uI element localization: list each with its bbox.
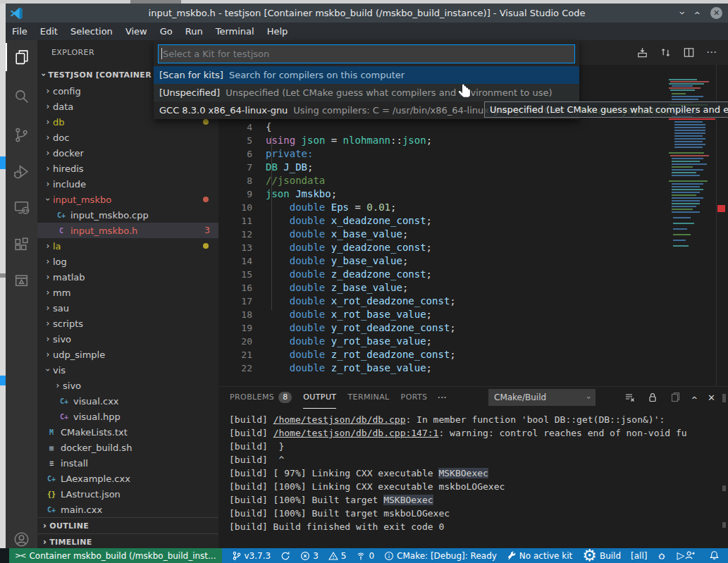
panel-tab-output[interactable]: OUTPUT: [303, 387, 336, 409]
sidebar-item-docker_build.sh[interactable]: ▦docker_build.sh: [37, 440, 218, 455]
menu-file[interactable]: File: [6, 24, 34, 39]
title-bar[interactable]: input_mskbo.h - testjson [Container mskb…: [6, 4, 728, 23]
status-feedback[interactable]: [684, 550, 695, 561]
menu-terminal[interactable]: Terminal: [209, 24, 261, 39]
menu-help[interactable]: Help: [261, 24, 295, 39]
status-cmake-debug[interactable]: [657, 551, 667, 561]
sidebar-item-LAexample.cxx[interactable]: C+LAexample.cxx: [37, 471, 218, 486]
status-cmake-build[interactable]: ⚙Build: [582, 547, 621, 563]
sidebar-item-sivo[interactable]: ›sivo: [37, 378, 218, 393]
split-editor-icon[interactable]: [683, 47, 695, 58]
remote-indicator[interactable]: >< Container mskbo_build (/mskbo_build_i…: [9, 548, 222, 563]
sidebar-item-sau[interactable]: ›sau: [37, 300, 218, 316]
code-line-4[interactable]: 4{: [218, 120, 728, 134]
close-panel-icon[interactable]: ✕: [708, 392, 715, 403]
activitybar-explorer[interactable]: [6, 43, 37, 71]
activitybar-search[interactable]: [6, 82, 37, 110]
sidebar-item-vis[interactable]: ›vis: [37, 362, 218, 378]
code-line-14[interactable]: 14 double y_base_value;: [218, 254, 728, 268]
activitybar-remote-explorer[interactable]: [6, 193, 37, 221]
status-build-target[interactable]: [all]: [631, 551, 647, 561]
status-git-branch[interactable]: v3.7.3: [232, 551, 271, 561]
code-line-9[interactable]: 9json Jmskbo;: [218, 187, 728, 201]
status-sync[interactable]: [280, 551, 290, 561]
maximize-button[interactable]: ›: [692, 11, 703, 16]
activitybar-run-and-debug[interactable]: [6, 157, 37, 185]
code-line-21[interactable]: 21 double z_rot_deadzone_const;: [218, 348, 728, 361]
sidebar-item-hiredis[interactable]: ›hiredis: [37, 161, 218, 176]
file-link[interactable]: /home/testjson/db/db.cpp:147:1: [273, 428, 439, 438]
code-line-11[interactable]: 11 double x_deadzone_const;: [218, 214, 728, 228]
kit-option-0[interactable]: [Scan for kits]Search for compilers on t…: [154, 66, 579, 84]
status-cmake-run[interactable]: ▷: [677, 550, 684, 561]
activitybar-source-control[interactable]: [6, 120, 37, 149]
output-channel-select[interactable]: CMake/Build ›: [488, 389, 596, 406]
output-log[interactable]: [build] /home/testjson/db/db.cpp: In mem…: [218, 408, 728, 549]
sidebar-item-LAstruct.json[interactable]: {}LAstruct.json: [37, 486, 218, 502]
kit-option-1[interactable]: [Unspecified]Unspecified (Let CMake gues…: [154, 84, 579, 101]
menu-selection[interactable]: Selection: [64, 24, 119, 39]
sidebar-item-la[interactable]: ›la: [37, 238, 218, 254]
code-line-17[interactable]: 17 double x_rot_deadzone_const;: [218, 295, 728, 308]
menu-view[interactable]: View: [119, 24, 154, 39]
close-button[interactable]: ✕: [710, 7, 722, 19]
code-line-6[interactable]: 6private:: [218, 147, 728, 161]
more-actions-icon[interactable]: ⋯: [706, 46, 717, 58]
sidebar-item-input_mskbo[interactable]: ›input_mskbo: [37, 192, 218, 207]
code-line-13[interactable]: 13 double y_deadzone_const;: [218, 241, 728, 254]
panel-tab-problems[interactable]: PROBLEMS8: [230, 387, 292, 408]
code-line-19[interactable]: 19 double y_rot_deadzone_const;: [218, 321, 728, 335]
panel-tab-ports[interactable]: PORTS: [401, 387, 428, 408]
sidebar-item-input_mskbo.h[interactable]: Cinput_mskbo.h3: [37, 223, 218, 238]
lock-autoscroll-icon[interactable]: [647, 392, 658, 403]
panel-scrollbar-mark[interactable]: [722, 485, 726, 491]
code-line-5[interactable]: 5using json = nlohmann::json;: [218, 134, 728, 147]
code-line-20[interactable]: 20 double y_rot_base_value;: [218, 335, 728, 348]
quick-pick-input[interactable]: Select a Kit for testjson: [158, 44, 575, 63]
activitybar-extensions[interactable]: [6, 230, 37, 259]
sidebar-item-include[interactable]: ›include: [37, 176, 218, 192]
file-link[interactable]: /home/testjson/db/db.cpp: [273, 414, 406, 425]
code-line-8[interactable]: 8//jsondata: [218, 174, 728, 187]
code-line-10[interactable]: 10 double Eps = 0.01;: [218, 201, 728, 214]
sidebar-item-log[interactable]: ›log: [37, 254, 218, 269]
sidebar-item-input_mskbo.cpp[interactable]: C+input_mskbo.cpp: [37, 207, 218, 223]
sidebar-item-scripts[interactable]: ›scripts: [37, 316, 218, 331]
sidebar-item-install[interactable]: ≡install: [37, 455, 218, 471]
switch-header-source-icon[interactable]: [660, 47, 672, 58]
panel-more-tabs-icon[interactable]: ···: [437, 392, 446, 403]
sidebar-section-outline[interactable]: ›OUTLINE: [37, 517, 218, 533]
code-line-18[interactable]: 18 double x_rot_base_value;: [218, 308, 728, 321]
sidebar-item-visual.hpp[interactable]: C+visual.hpp: [37, 409, 218, 424]
status-warnings[interactable]: 5: [328, 551, 347, 561]
menu-go[interactable]: Go: [154, 24, 179, 39]
status-errors[interactable]: 3: [300, 551, 319, 561]
sidebar-section-timeline[interactable]: ›TIMELINE: [37, 533, 218, 548]
code-line-22[interactable]: 22 double z_rot_base_value;: [218, 361, 728, 375]
maximize-panel-icon[interactable]: ›: [689, 395, 700, 400]
sidebar-item-matlab[interactable]: ›matlab: [37, 269, 218, 285]
panel-scrollbar-mark[interactable]: [722, 394, 726, 402]
activitybar-cmake-test[interactable]: [6, 266, 37, 295]
status-active-kit[interactable]: No active kit: [507, 551, 572, 561]
open-output-in-editor-icon[interactable]: [670, 392, 681, 403]
sidebar-item-doc[interactable]: ›doc: [37, 130, 218, 145]
sidebar-item-main.cxx[interactable]: C+main.cxx: [37, 502, 218, 517]
sidebar-item-sivo[interactable]: ›sivo: [37, 331, 218, 347]
code-line-15[interactable]: 15 double z_deadzone_const;: [218, 268, 728, 281]
sidebar-item-visual.cxx[interactable]: C+visual.cxx: [37, 393, 218, 409]
sidebar-item-udp_simple[interactable]: ›udp_simple: [37, 347, 218, 362]
panel-scrollbar-mark[interactable]: [722, 522, 726, 528]
code-line-12[interactable]: 12 double x_base_value;: [218, 228, 728, 241]
code-line-16[interactable]: 16 double z_base_value;: [218, 281, 728, 295]
panel-tab-terminal[interactable]: TERMINAL: [347, 387, 389, 408]
sidebar-item-mm[interactable]: ›mm: [37, 285, 218, 300]
status-notifications[interactable]: [709, 550, 720, 561]
sidebar-item-docker[interactable]: ›docker: [37, 145, 218, 161]
minimize-button[interactable]: ›: [677, 11, 687, 16]
status-cmake-status[interactable]: CMake: [Debug]: Ready: [384, 551, 497, 561]
menu-edit[interactable]: Edit: [34, 24, 64, 39]
status-ports[interactable]: 0: [356, 551, 374, 561]
clear-output-icon[interactable]: [624, 392, 636, 403]
install-kit-icon[interactable]: [636, 47, 648, 58]
